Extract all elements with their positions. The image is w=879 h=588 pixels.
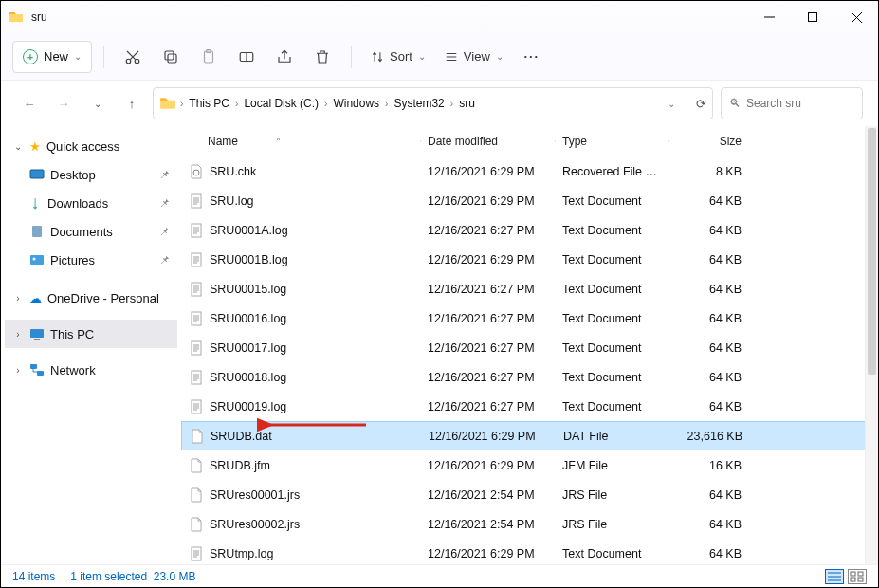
thumbnails-view-button[interactable] — [848, 569, 867, 584]
breadcrumb-item[interactable]: Windows — [331, 97, 381, 110]
file-row[interactable]: SRU.log12/16/2021 6:29 PMText Document64… — [181, 186, 878, 215]
file-row[interactable]: SRUDB.jfm12/16/2021 6:29 PMJFM File16 KB — [181, 450, 878, 480]
file-row[interactable]: SRU00017.log12/16/2021 6:27 PMText Docum… — [181, 333, 878, 362]
address-bar[interactable]: › This PC›Local Disk (C:)›Windows›System… — [153, 87, 713, 119]
sidebar-item-onedrive[interactable]: › ☁ OneDrive - Personal — [5, 284, 177, 312]
scrollbar-thumb[interactable] — [868, 128, 876, 375]
column-name[interactable]: Name˄ — [181, 135, 420, 148]
svg-rect-21 — [192, 283, 201, 296]
file-type: Text Document — [555, 341, 668, 355]
file-size: 64 KB — [668, 312, 749, 325]
sidebar-item-quick-access[interactable]: ⌄ ★ Quick access — [5, 132, 177, 160]
paste-button[interactable] — [192, 42, 226, 72]
up-button[interactable]: ↑ — [119, 90, 145, 117]
file-name: SRUDB.jfm — [210, 459, 270, 472]
file-size: 64 KB — [668, 341, 749, 355]
column-date[interactable]: Date modified — [420, 135, 555, 148]
svg-rect-18 — [192, 194, 201, 208]
file-date: 12/16/2021 6:29 PM — [420, 547, 555, 560]
new-button[interactable]: + New ⌄ — [12, 41, 92, 73]
file-icon — [189, 340, 204, 356]
sidebar-item-this-pc[interactable]: › This PC — [5, 320, 177, 348]
file-row[interactable]: SRUres00001.jrs12/16/2021 2:54 PMJRS Fil… — [181, 480, 878, 509]
rename-button[interactable] — [229, 42, 264, 72]
file-icon — [189, 311, 204, 326]
file-date: 12/16/2021 6:27 PM — [420, 400, 555, 413]
share-button[interactable] — [267, 42, 302, 72]
svg-rect-8 — [30, 170, 44, 178]
refresh-button[interactable]: ⟳ — [696, 97, 706, 111]
download-icon: ⭣ — [29, 196, 42, 211]
svg-rect-15 — [30, 364, 37, 369]
file-row[interactable]: SRUtmp.log12/16/2021 6:29 PMText Documen… — [181, 539, 878, 566]
file-icon — [189, 370, 204, 385]
file-row[interactable]: SRU.chk12/16/2021 6:29 PMRecovered File … — [181, 156, 878, 186]
svg-point-12 — [33, 258, 36, 261]
file-name: SRU0001B.log — [210, 253, 288, 266]
item-count: 14 items — [12, 570, 55, 583]
file-type: DAT File — [556, 430, 669, 443]
delete-button[interactable] — [305, 42, 339, 72]
file-row[interactable]: SRU00019.log12/16/2021 6:27 PMText Docum… — [181, 392, 878, 421]
minimize-button[interactable] — [747, 3, 791, 31]
column-type[interactable]: Type — [555, 135, 668, 148]
svg-rect-10 — [32, 226, 42, 237]
sidebar-item-desktop[interactable]: Desktop📌︎ — [5, 160, 177, 189]
file-name: SRUtmp.log — [210, 547, 273, 560]
scrollbar[interactable] — [865, 126, 878, 566]
view-button[interactable]: View ⌄ — [437, 42, 511, 72]
svg-rect-22 — [192, 312, 201, 325]
svg-rect-0 — [808, 12, 816, 21]
breadcrumb-item[interactable]: Local Disk (C:) — [242, 97, 320, 110]
maximize-button[interactable] — [791, 3, 834, 31]
file-icon — [189, 223, 204, 238]
file-row[interactable]: SRUDB.dat12/16/2021 6:29 PMDAT File23,61… — [181, 421, 878, 450]
file-icon — [189, 164, 204, 179]
file-row[interactable]: SRU00018.log12/16/2021 6:27 PMText Docum… — [181, 362, 878, 392]
file-date: 12/16/2021 6:27 PM — [420, 224, 555, 237]
cloud-icon: ☁ — [29, 291, 42, 305]
cut-button[interactable] — [116, 42, 150, 72]
pin-icon: 📌︎ — [159, 197, 170, 209]
file-row[interactable]: SRU00015.log12/16/2021 6:27 PMText Docum… — [181, 274, 878, 303]
chevron-down-icon[interactable]: ⌄ — [668, 99, 675, 109]
close-button[interactable] — [834, 3, 878, 31]
column-size[interactable]: Size — [668, 135, 749, 148]
details-view-button[interactable] — [825, 569, 844, 584]
file-row[interactable]: SRU0001B.log12/16/2021 6:29 PMText Docum… — [181, 245, 878, 274]
svg-rect-25 — [192, 400, 201, 413]
file-icon — [190, 429, 205, 444]
search-input[interactable] — [746, 97, 841, 110]
sidebar-item-downloads[interactable]: ⭣ Downloads📌︎ — [5, 189, 177, 217]
sidebar-item-network[interactable]: › Network — [5, 356, 177, 384]
svg-rect-23 — [192, 341, 201, 355]
breadcrumb-item[interactable]: System32 — [392, 97, 446, 110]
forward-button[interactable]: → — [50, 90, 77, 117]
recent-button[interactable]: ⌄ — [84, 90, 111, 117]
file-name: SRUDB.dat — [211, 430, 272, 443]
titlebar: sru — [1, 1, 878, 33]
search-box[interactable]: 🔍︎ — [721, 87, 863, 119]
copy-button[interactable] — [154, 42, 188, 72]
file-name: SRU.log — [210, 194, 254, 208]
folder-icon — [9, 9, 24, 25]
file-name: SRUres00001.jrs — [210, 488, 300, 502]
breadcrumb-item[interactable]: sru — [457, 97, 477, 110]
file-date: 12/16/2021 2:54 PM — [420, 518, 555, 531]
sort-button[interactable]: Sort ⌄ — [363, 42, 433, 72]
file-name: SRU.chk — [210, 165, 256, 178]
documents-icon — [29, 224, 45, 239]
svg-rect-4 — [165, 51, 174, 60]
file-row[interactable]: SRUres00002.jrs12/16/2021 2:54 PMJRS Fil… — [181, 509, 878, 539]
file-type: Text Document — [555, 283, 668, 296]
svg-rect-26 — [192, 547, 201, 560]
breadcrumb-item[interactable]: This PC — [187, 97, 231, 110]
more-button[interactable]: ··· — [515, 42, 549, 72]
pin-icon: 📌︎ — [159, 226, 170, 237]
svg-rect-13 — [30, 329, 44, 338]
sidebar-item-documents[interactable]: Documents📌︎ — [5, 217, 177, 246]
sidebar-item-pictures[interactable]: Pictures📌︎ — [5, 246, 177, 274]
back-button[interactable]: ← — [16, 90, 43, 117]
file-row[interactable]: SRU0001A.log12/16/2021 6:27 PMText Docum… — [181, 215, 878, 245]
file-row[interactable]: SRU00016.log12/16/2021 6:27 PMText Docum… — [181, 303, 878, 333]
